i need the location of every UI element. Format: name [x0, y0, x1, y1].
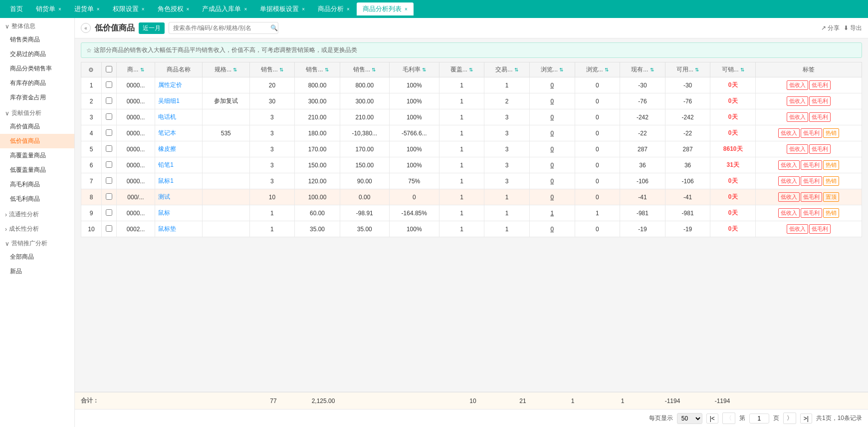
- row-name[interactable]: 橡皮擦: [155, 141, 203, 157]
- nav-sales[interactable]: 销货单 ×: [30, 2, 67, 15]
- sidebar-group-marketing[interactable]: ∨ 营销推广分析: [0, 235, 74, 250]
- row-checkbox-cell[interactable]: [101, 157, 116, 173]
- row-checkbox-cell[interactable]: [101, 205, 116, 221]
- row-browse1[interactable]: 0: [529, 173, 575, 189]
- col-sales-price[interactable]: 销售... ⇅: [295, 62, 340, 77]
- row-name[interactable]: 鼠标垫: [155, 221, 203, 237]
- browse-link[interactable]: 0: [550, 226, 554, 233]
- browse-link[interactable]: 0: [550, 114, 554, 121]
- sidebar-item-high-value[interactable]: 高价值商品: [0, 119, 74, 134]
- share-button[interactable]: ↗ 分享: [821, 24, 840, 32]
- row-browse1[interactable]: 0: [529, 221, 575, 237]
- nav-purchase-close[interactable]: ×: [97, 6, 100, 12]
- row-browse1[interactable]: 0: [529, 189, 575, 205]
- row-name[interactable]: 吴细细1: [155, 93, 203, 109]
- sidebar-group-overall[interactable]: ∨ 整体信息: [0, 18, 74, 32]
- page-size-select[interactable]: 50 100 200: [677, 413, 702, 424]
- row-checkbox-cell[interactable]: [101, 141, 116, 157]
- col-trade[interactable]: 交易... ⇅: [484, 62, 530, 77]
- nav-product-analysis[interactable]: 商品分析 ×: [312, 2, 356, 15]
- row-name[interactable]: 测试: [155, 189, 203, 205]
- row-name[interactable]: 笔记本: [155, 125, 203, 141]
- sidebar-item-high-margin[interactable]: 高毛利商品: [0, 177, 74, 192]
- select-all-checkbox[interactable]: [106, 66, 112, 72]
- last-page-button[interactable]: >|: [800, 414, 812, 424]
- col-checkbox[interactable]: [101, 62, 116, 77]
- col-margin-rate[interactable]: 毛利率 ⇅: [389, 62, 439, 77]
- col-browse2[interactable]: 浏览... ⇅: [575, 62, 620, 77]
- row-checkbox[interactable]: [106, 113, 112, 120]
- browse-link[interactable]: 0: [550, 98, 554, 105]
- row-browse1[interactable]: 0: [529, 109, 575, 125]
- row-checkbox[interactable]: [106, 209, 112, 216]
- col-spec[interactable]: 规格... ⇅: [202, 62, 249, 77]
- row-checkbox-cell[interactable]: [101, 93, 116, 109]
- col-code[interactable]: 商... ⇅: [116, 62, 155, 77]
- nav-template-close[interactable]: ×: [302, 6, 305, 12]
- row-checkbox[interactable]: [106, 145, 112, 152]
- browse-link[interactable]: 0: [550, 130, 554, 137]
- nav-home[interactable]: 首页: [4, 2, 29, 15]
- nav-product-analysis-list[interactable]: 商品分析列表 ×: [357, 2, 414, 15]
- sidebar-item-category-rate[interactable]: 商品分类销售率: [0, 61, 74, 76]
- col-browse1[interactable]: 浏览... ⇅: [529, 62, 575, 77]
- row-checkbox[interactable]: [106, 225, 112, 232]
- sidebar-group-circulation[interactable]: › 流通性分析: [0, 206, 74, 221]
- export-button[interactable]: ⬇ 导出: [844, 24, 862, 32]
- row-name[interactable]: 属性定价: [155, 77, 203, 93]
- prev-page-button[interactable]: 〈: [722, 413, 735, 424]
- nav-role[interactable]: 角色授权 ×: [152, 2, 196, 15]
- nav-product-inbound[interactable]: 产成品入库单 ×: [196, 2, 253, 15]
- row-browse1[interactable]: 1: [529, 205, 575, 221]
- row-checkbox-cell[interactable]: [101, 109, 116, 125]
- row-checkbox[interactable]: [106, 193, 112, 200]
- col-sales-amount[interactable]: 销售... ⇅: [340, 62, 389, 77]
- row-browse1[interactable]: 0: [529, 141, 575, 157]
- nav-role-close[interactable]: ×: [187, 6, 190, 12]
- col-stock-actual[interactable]: 现有... ⇅: [620, 62, 665, 77]
- nav-purchase[interactable]: 进货单 ×: [68, 2, 106, 15]
- row-name[interactable]: 铅笔1: [155, 157, 203, 173]
- sidebar-item-low-value[interactable]: 低价值商品: [0, 134, 74, 148]
- sidebar-item-stock-funds[interactable]: 库存资金占用: [0, 90, 74, 105]
- col-stock-available[interactable]: 可用... ⇅: [665, 62, 710, 77]
- current-page-input[interactable]: [749, 414, 769, 424]
- sidebar-collapse-button[interactable]: «: [81, 23, 91, 33]
- browse-link[interactable]: 0: [550, 194, 554, 201]
- next-page-button[interactable]: 〉: [783, 413, 796, 424]
- search-icon[interactable]: 🔍: [270, 24, 278, 31]
- search-input[interactable]: [169, 22, 278, 34]
- col-coverage[interactable]: 覆盖... ⇅: [439, 62, 484, 77]
- sidebar-item-high-coverage[interactable]: 高覆盖量商品: [0, 148, 74, 163]
- row-checkbox-cell[interactable]: [101, 221, 116, 237]
- row-checkbox-cell[interactable]: [101, 125, 116, 141]
- browse-link[interactable]: 0: [550, 162, 554, 169]
- sidebar-group-growth[interactable]: › 成长性分析: [0, 221, 74, 235]
- row-browse1[interactable]: 0: [529, 77, 575, 93]
- col-sales-qty[interactable]: 销售... ⇅: [249, 62, 295, 77]
- row-checkbox[interactable]: [106, 81, 112, 88]
- row-browse1[interactable]: 0: [529, 93, 575, 109]
- first-page-button[interactable]: |<: [706, 414, 718, 424]
- row-checkbox[interactable]: [106, 129, 112, 136]
- row-checkbox-cell[interactable]: [101, 189, 116, 205]
- sidebar-item-low-coverage[interactable]: 低覆盖量商品: [0, 163, 74, 177]
- sidebar-item-stock-products[interactable]: 有库存的商品: [0, 76, 74, 90]
- row-browse1[interactable]: 0: [529, 125, 575, 141]
- browse-link[interactable]: 1: [550, 210, 554, 217]
- date-filter-button[interactable]: 近一月: [139, 22, 165, 34]
- row-name[interactable]: 电话机: [155, 109, 203, 125]
- browse-link[interactable]: 0: [550, 178, 554, 185]
- browse-link[interactable]: 0: [550, 146, 554, 153]
- col-sellable[interactable]: 可销... ⇅: [710, 62, 756, 77]
- row-checkbox[interactable]: [106, 161, 112, 168]
- nav-permission[interactable]: 权限设置 ×: [107, 2, 151, 15]
- col-settings[interactable]: ⚙: [81, 62, 102, 77]
- nav-permission-close[interactable]: ×: [142, 6, 145, 12]
- row-checkbox[interactable]: [106, 177, 112, 184]
- nav-product-inbound-close[interactable]: ×: [244, 6, 247, 12]
- sidebar-item-all-products[interactable]: 全部商品: [0, 250, 74, 264]
- row-checkbox-cell[interactable]: [101, 77, 116, 93]
- sidebar-group-contribution[interactable]: ∨ 贡献值分析: [0, 105, 74, 119]
- browse-link[interactable]: 0: [550, 82, 554, 89]
